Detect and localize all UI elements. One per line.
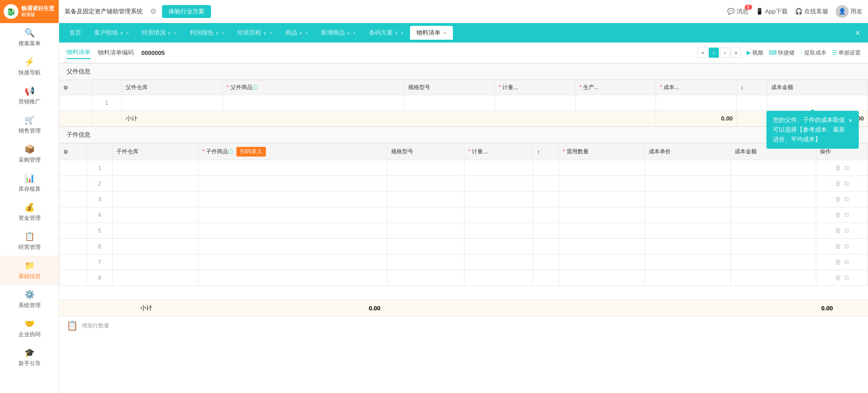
- sidebar-item-operations[interactable]: 📋 经营管理: [0, 227, 59, 256]
- tab-bom[interactable]: 物料清单 ×: [410, 26, 452, 40]
- message-button[interactable]: 💬 消息 6: [727, 7, 748, 16]
- tab-operations-status-close[interactable]: ×: [174, 30, 176, 36]
- sidebar-item-guide[interactable]: 🎓 新手引导: [0, 343, 59, 372]
- gear-icon[interactable]: ⚙: [63, 85, 68, 91]
- child-row4-spec[interactable]: [387, 207, 464, 223]
- child-row4-product[interactable]: [199, 207, 387, 223]
- copy-icon-row7[interactable]: ⧉: [844, 258, 849, 266]
- child-row2-price[interactable]: [645, 176, 730, 192]
- child-row8-spec[interactable]: [387, 270, 464, 286]
- parent-row1-prod[interactable]: [575, 95, 656, 111]
- delete-icon-row6[interactable]: 🗑: [835, 242, 841, 250]
- close-all-tabs[interactable]: ✕: [851, 29, 864, 37]
- scan-button[interactable]: 扫码录入: [236, 147, 266, 157]
- sidebar-item-basic-info[interactable]: 📁 基础信息: [0, 256, 59, 285]
- parent-row1-cost[interactable]: [656, 95, 737, 111]
- child-row3-spec[interactable]: [387, 192, 464, 207]
- delete-icon-row3[interactable]: 🗑: [835, 195, 841, 203]
- prev-prev-arrow[interactable]: «: [698, 48, 708, 58]
- child-row5-warehouse[interactable]: [113, 223, 199, 239]
- child-row3-product[interactable]: [199, 192, 387, 207]
- shortcut-action[interactable]: ⌨ 快捷键: [769, 49, 795, 57]
- trial-button[interactable]: 体验行业方案: [162, 5, 211, 18]
- child-row6-product[interactable]: [199, 239, 387, 254]
- child-row1-warehouse[interactable]: [113, 160, 199, 176]
- prev-arrow[interactable]: ‹: [709, 48, 719, 58]
- child-row5-price[interactable]: [645, 223, 730, 239]
- child-row8-unit[interactable]: [464, 270, 533, 286]
- child-row1-unit[interactable]: [464, 160, 533, 176]
- child-row7-price[interactable]: [645, 254, 730, 270]
- sub-tab-code-label[interactable]: 物料清单编码: [98, 47, 134, 59]
- delete-icon-row4[interactable]: 🗑: [835, 211, 841, 218]
- copy-icon-row8[interactable]: ⧉: [844, 274, 849, 281]
- delete-icon-row2[interactable]: 🗑: [835, 180, 841, 187]
- tab-products-close[interactable]: ×: [305, 30, 308, 36]
- tab-profit-report[interactable]: 利润报告 ∨ ×: [183, 26, 231, 40]
- child-row8-qty[interactable]: [559, 270, 645, 286]
- child-row3-unit[interactable]: [464, 192, 533, 207]
- child-row7-qty[interactable]: [559, 254, 645, 270]
- tab-customer-close[interactable]: ×: [126, 30, 129, 36]
- copy-icon-row3[interactable]: ⧉: [844, 195, 849, 203]
- single-settings-action[interactable]: ☰ 单据设置: [832, 49, 861, 57]
- video-action[interactable]: ▶ 视频: [747, 49, 763, 57]
- sidebar-item-quick-nav[interactable]: ⚡ 快捷导航: [0, 52, 59, 81]
- next-next-arrow[interactable]: »: [731, 48, 741, 58]
- child-row4-price[interactable]: [645, 207, 730, 223]
- child-row7-unit[interactable]: [464, 254, 533, 270]
- child-row6-spec[interactable]: [387, 239, 464, 254]
- child-row2-product[interactable]: [199, 176, 387, 192]
- tab-add-product[interactable]: 新增商品 ∨ ×: [314, 26, 362, 40]
- copy-icon-row6[interactable]: ⧉: [844, 242, 849, 250]
- sidebar-item-purchase[interactable]: 📦 采购管理: [0, 139, 59, 169]
- tab-products[interactable]: 商品 ∨ ×: [279, 26, 314, 40]
- extract-cost-action[interactable]: ↑ 提取成本: [800, 49, 826, 57]
- tooltip-close[interactable]: ×: [849, 115, 852, 126]
- sidebar-item-system[interactable]: ⚙️ 系统管理: [0, 285, 59, 314]
- sidebar-item-sales[interactable]: 🛒 销售管理: [0, 110, 59, 139]
- parent-row1-warehouse[interactable]: [122, 95, 223, 111]
- sidebar-item-inventory[interactable]: 📊 库存核算: [0, 169, 59, 198]
- child-row4-unit[interactable]: [464, 207, 533, 223]
- child-row4-warehouse[interactable]: [113, 207, 199, 223]
- child-row1-spec[interactable]: [387, 160, 464, 176]
- child-row5-product[interactable]: [199, 223, 387, 239]
- app-download-button[interactable]: 📱 App下载: [756, 7, 788, 16]
- delete-icon-row5[interactable]: 🗑: [835, 227, 841, 234]
- child-row2-qty[interactable]: [559, 176, 645, 192]
- child-row6-qty[interactable]: [559, 239, 645, 254]
- child-row2-unit[interactable]: [464, 176, 533, 192]
- child-row3-warehouse[interactable]: [113, 192, 199, 207]
- child-row6-price[interactable]: [645, 239, 730, 254]
- parent-row1-spec[interactable]: [404, 95, 494, 111]
- sidebar-item-enterprise[interactable]: 🤝 企业协同: [0, 314, 59, 343]
- child-row6-warehouse[interactable]: [113, 239, 199, 254]
- tab-barcode-close[interactable]: ×: [401, 30, 404, 36]
- parent-row1-unit[interactable]: [495, 95, 576, 111]
- child-row5-unit[interactable]: [464, 223, 533, 239]
- tab-add-product-close[interactable]: ×: [353, 30, 356, 36]
- delete-icon-row1[interactable]: 🗑: [835, 164, 841, 171]
- copy-icon-row5[interactable]: ⧉: [844, 227, 849, 234]
- sidebar-item-search[interactable]: 🔍 搜索菜单: [0, 23, 59, 52]
- tab-biz-history-close[interactable]: ×: [269, 30, 272, 36]
- parent-row1-product[interactable]: [223, 95, 404, 111]
- child-row1-price[interactable]: [645, 160, 730, 176]
- tab-barcode[interactable]: 条码方案 ∨ ×: [362, 26, 410, 40]
- child-row5-spec[interactable]: [387, 223, 464, 239]
- tab-biz-history[interactable]: 经营历程 ∨ ×: [231, 26, 278, 40]
- user-area[interactable]: 👤 用友: [836, 5, 862, 18]
- child-row7-spec[interactable]: [387, 254, 464, 270]
- online-service-button[interactable]: 🎧 在线客服: [795, 7, 828, 16]
- next-arrow[interactable]: ›: [720, 48, 730, 58]
- child-row8-price[interactable]: [645, 270, 730, 286]
- child-row7-warehouse[interactable]: [113, 254, 199, 270]
- sidebar-item-finance[interactable]: 💰 资金管理: [0, 198, 59, 227]
- tab-operations-status[interactable]: 经营情况 ∨ ×: [135, 26, 183, 40]
- child-row5-qty[interactable]: [559, 223, 645, 239]
- child-row7-product[interactable]: [199, 254, 387, 270]
- sub-tab-bom[interactable]: 物料清单: [66, 46, 90, 59]
- tab-home[interactable]: 首页: [63, 26, 88, 40]
- child-row8-warehouse[interactable]: [113, 270, 199, 286]
